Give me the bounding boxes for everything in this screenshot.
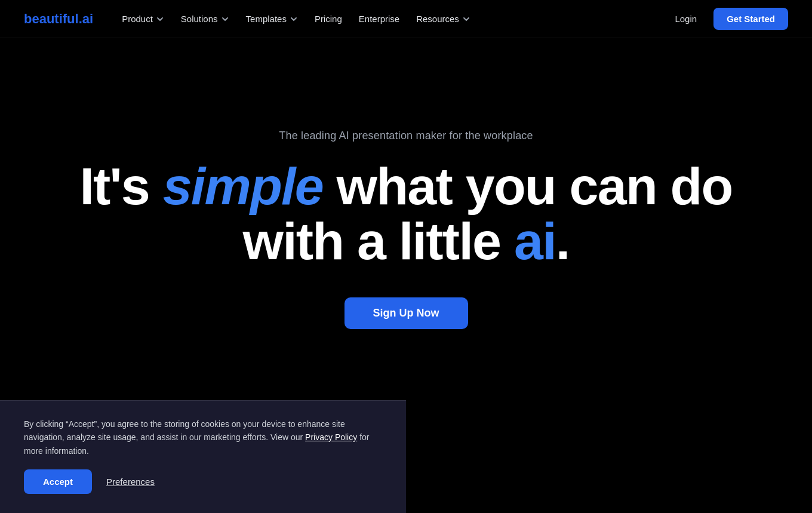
hero-title-line1: It's simple what you can do xyxy=(79,156,732,216)
nav-item-product[interactable]: Product xyxy=(115,9,171,29)
cookie-message: By clicking “Accept”, you agree to the s… xyxy=(24,417,382,457)
accept-button[interactable]: Accept xyxy=(24,469,92,494)
nav-links: Product Solutions Templates Pricing xyxy=(115,9,478,29)
sign-up-button[interactable]: Sign Up Now xyxy=(345,297,468,329)
privacy-policy-link[interactable]: Privacy Policy xyxy=(305,432,357,442)
chevron-down-icon xyxy=(290,15,298,23)
hero-title: It's simple what you can do with a littl… xyxy=(79,159,732,269)
navbar-left: beautiful.ai Product Solutions Templates xyxy=(24,9,478,29)
login-button[interactable]: Login xyxy=(668,9,704,29)
chevron-down-icon xyxy=(156,15,164,23)
nav-item-templates[interactable]: Templates xyxy=(239,9,305,29)
nav-item-enterprise[interactable]: Enterprise xyxy=(352,9,407,29)
hero-section: The leading AI presentation maker for th… xyxy=(0,38,812,408)
hero-subtitle: The leading AI presentation maker for th… xyxy=(279,130,533,142)
get-started-button[interactable]: Get Started xyxy=(713,8,788,30)
hero-highlight-ai: ai xyxy=(514,211,556,271)
nav-item-pricing[interactable]: Pricing xyxy=(307,9,349,29)
hero-highlight-simple: simple xyxy=(163,156,323,216)
nav-item-solutions[interactable]: Solutions xyxy=(174,9,236,29)
logo-text: beautiful. xyxy=(24,11,82,26)
navbar: beautiful.ai Product Solutions Templates xyxy=(0,0,812,38)
hero-title-line2: with a little ai. xyxy=(79,214,732,269)
logo[interactable]: beautiful.ai xyxy=(24,11,93,27)
chevron-down-icon xyxy=(462,15,470,23)
logo-highlight: ai xyxy=(82,11,93,26)
cookie-banner: By clicking “Accept”, you agree to the s… xyxy=(0,400,406,513)
nav-item-resources[interactable]: Resources xyxy=(409,9,478,29)
chevron-down-icon xyxy=(221,15,229,23)
cookie-actions: Accept Preferences xyxy=(24,469,382,494)
navbar-right: Login Get Started xyxy=(668,8,788,30)
preferences-button[interactable]: Preferences xyxy=(106,477,155,487)
